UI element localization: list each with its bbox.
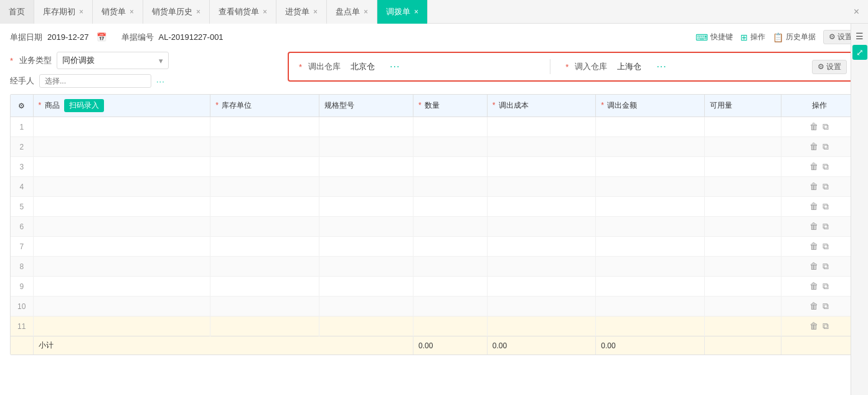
history-action[interactable]: 📋 历史单据 [773,32,816,42]
delete-icon[interactable]: 🗑 [809,121,818,131]
delete-icon[interactable]: 🗑 [809,161,818,171]
row-unit[interactable] [210,277,319,297]
row-cost[interactable] [487,237,596,257]
row-unit[interactable] [210,197,319,217]
delete-icon[interactable]: 🗑 [809,221,818,231]
row-cost[interactable] [487,197,596,217]
row-unit[interactable] [210,316,319,336]
tab-transfer-order[interactable]: 调拨单 × [377,0,428,24]
row-cost[interactable] [487,217,596,237]
delete-icon[interactable]: 🗑 [809,261,818,271]
tab-purchase-order-close[interactable]: × [313,7,318,16]
row-spec[interactable] [319,217,413,237]
row-amount[interactable] [596,157,705,177]
warehouse-out-value[interactable]: 北京仓 [351,61,375,72]
row-qty[interactable] [413,137,488,157]
row-cost[interactable] [487,257,596,277]
row-qty[interactable] [413,197,488,217]
row-amount[interactable] [596,177,705,197]
date-value[interactable]: 2019-12-27 [47,32,89,42]
window-close-button[interactable]: × [845,0,868,24]
tab-transfer-order-close[interactable]: × [414,7,418,16]
row-unit[interactable] [210,177,319,197]
row-qty[interactable] [413,157,488,177]
row-amount[interactable] [596,137,705,157]
delete-icon[interactable]: 🗑 [809,141,818,151]
row-amount[interactable] [596,237,705,257]
row-spec[interactable] [319,237,413,257]
copy-icon[interactable]: ⧉ [823,141,829,151]
copy-icon[interactable]: ⧉ [823,201,829,211]
row-cost[interactable] [487,117,596,137]
row-unit[interactable] [210,297,319,316]
row-product[interactable] [33,237,210,257]
warehouse-setting-button[interactable]: ⚙ 设置 [812,60,847,74]
tab-inventory-init-close[interactable]: × [79,7,83,16]
row-amount[interactable] [596,297,705,316]
delete-icon[interactable]: 🗑 [809,201,818,211]
row-cost[interactable] [487,277,596,297]
row-cost[interactable] [487,316,596,336]
sidebar-list-icon[interactable]: ☰ [852,29,867,44]
row-product[interactable] [33,177,210,197]
tab-view-sales-close[interactable]: × [263,7,267,16]
row-unit[interactable] [210,157,319,177]
warehouse-in-more-icon[interactable]: ··· [656,61,666,72]
row-amount[interactable] [596,117,705,137]
row-spec[interactable] [319,297,413,316]
copy-icon[interactable]: ⧉ [823,301,829,311]
row-amount[interactable] [596,277,705,297]
tab-inventory-check[interactable]: 盘点单 × [327,0,377,24]
row-unit[interactable] [210,257,319,277]
row-spec[interactable] [319,117,413,137]
row-product[interactable] [33,316,210,336]
col-gear[interactable]: ⚙ [11,95,33,117]
copy-icon[interactable]: ⧉ [823,281,829,291]
row-cost[interactable] [487,297,596,316]
tab-inventory-check-close[interactable]: × [364,7,368,16]
row-spec[interactable] [319,157,413,177]
row-qty[interactable] [413,117,488,137]
row-unit[interactable] [210,137,319,157]
copy-icon[interactable]: ⧉ [823,221,829,231]
tab-sales-history-close[interactable]: × [196,7,200,16]
row-unit[interactable] [210,237,319,257]
business-select[interactable]: 同价调拨 ▾ [57,52,169,69]
quick-key-action[interactable]: ⌨ 快捷键 [696,32,733,42]
row-product[interactable] [33,297,210,316]
row-spec[interactable] [319,277,413,297]
row-product[interactable] [33,217,210,237]
table-scroll[interactable]: ⚙ * 商品 扫码录入 * 库存单位 规格型号 * [11,95,857,355]
row-product[interactable] [33,117,210,137]
warehouse-in-value[interactable]: 上海仓 [617,61,641,72]
row-product[interactable] [33,257,210,277]
row-spec[interactable] [319,257,413,277]
delete-icon[interactable]: 🗑 [809,321,818,331]
row-unit[interactable] [210,117,319,137]
delete-icon[interactable]: 🗑 [809,301,818,311]
scan-button[interactable]: 扫码录入 [64,99,104,112]
row-cost[interactable] [487,137,596,157]
delete-icon[interactable]: 🗑 [809,281,818,291]
tab-inventory-init[interactable]: 库存期初 × [34,0,93,24]
tab-sales-history[interactable]: 销货单历史 × [143,0,210,24]
copy-icon[interactable]: ⧉ [823,241,829,251]
row-amount[interactable] [596,257,705,277]
row-product[interactable] [33,157,210,177]
delete-icon[interactable]: 🗑 [809,241,818,251]
sidebar-expand-icon[interactable]: ⤢ [852,45,867,60]
row-qty[interactable] [413,257,488,277]
delete-icon[interactable]: 🗑 [809,181,818,191]
copy-icon[interactable]: ⧉ [823,261,829,271]
row-spec[interactable] [319,197,413,217]
row-amount[interactable] [596,316,705,336]
row-product[interactable] [33,197,210,217]
calendar-icon[interactable]: 📅 [97,32,106,42]
row-cost[interactable] [487,177,596,197]
row-qty[interactable] [413,316,488,336]
row-amount[interactable] [596,217,705,237]
tab-view-sales[interactable]: 查看销货单 × [210,0,276,24]
copy-icon[interactable]: ⧉ [823,321,829,331]
row-qty[interactable] [413,277,488,297]
row-unit[interactable] [210,217,319,237]
